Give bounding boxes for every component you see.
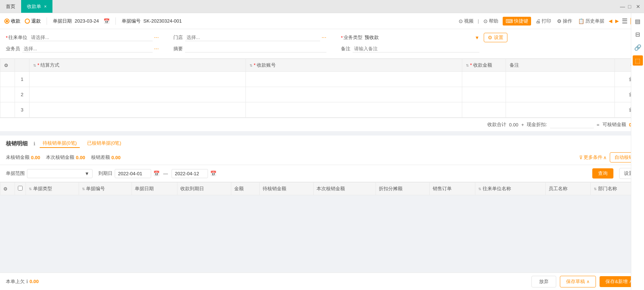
- tab-close-icon[interactable]: ×: [44, 4, 47, 9]
- draft-btn[interactable]: 保存草稿 ∧: [560, 276, 596, 287]
- row-2-num: 2: [15, 87, 30, 102]
- bottom-col-type: ⇅ 单据类型: [26, 183, 79, 195]
- toolbar-help-btn[interactable]: ⊙ 帮助: [482, 17, 500, 25]
- col-notes: 备注: [506, 59, 614, 72]
- select-all-checkbox[interactable]: [18, 186, 23, 191]
- layout-icon[interactable]: ☰: [622, 17, 628, 25]
- store-more-btn[interactable]: ···: [322, 34, 326, 41]
- toolbar-right: ⊙ 视频 | ⊙ 帮助 ⌨ 快捷键 🖨 打印 ⚙ 操作: [457, 17, 640, 26]
- radio-refund-dot: [25, 19, 30, 24]
- tab-current-label: 收款单: [27, 3, 41, 10]
- biz-type-field: * 业务类型 预收款 ▼: [341, 34, 479, 41]
- tab-home[interactable]: 首页: [0, 0, 21, 13]
- notes-input[interactable]: [353, 45, 479, 52]
- row-2-notes[interactable]: [506, 87, 614, 102]
- close-icon[interactable]: ✕: [636, 4, 641, 9]
- search-range-label: 单据范围: [6, 170, 25, 177]
- settings-btn[interactable]: ⚙ 设置: [484, 33, 507, 42]
- toolbar-history-btn[interactable]: 📋 历史单据: [577, 17, 606, 25]
- doc-date-label: 单据日期: [53, 18, 72, 24]
- row-3-num: 3: [15, 102, 30, 118]
- gear-icon: ⚙: [488, 35, 492, 40]
- divider-1: [47, 17, 47, 25]
- salesman-input[interactable]: [22, 45, 153, 52]
- row-1-amount[interactable]: [462, 72, 506, 87]
- tab-pending[interactable]: 待核销单据(0笔): [40, 139, 80, 148]
- radio-refund-label: 退款: [31, 18, 41, 24]
- col-dept-label: 部门名称: [598, 186, 617, 191]
- tab-done[interactable]: 已核销单据(0笔): [84, 139, 124, 148]
- radio-collection-label: 收款: [11, 18, 20, 24]
- shortcut-icon: ⌨: [506, 18, 513, 24]
- bottom-table-area: ⚙ ⇅ 单据类型 ⇅ 单据编号 单据日期: [0, 182, 644, 195]
- store-input[interactable]: [185, 34, 320, 41]
- radio-collection[interactable]: 收款: [4, 18, 20, 24]
- table-gear-col[interactable]: ⚙: [0, 59, 15, 72]
- filter-uncleaned-value: 0.00: [31, 155, 40, 160]
- toolbar-print-btn[interactable]: 🖨 打印: [534, 17, 553, 25]
- partner-input[interactable]: [30, 34, 153, 41]
- toolbar-ops-btn[interactable]: ⚙ 操作: [555, 17, 574, 25]
- query-btn[interactable]: 查询: [592, 168, 613, 179]
- content-area: 收款 退款 单据日期 2023-03-24 📅 单据编号 SK-20230324…: [0, 13, 644, 290]
- table-row: 1 🗑 ⧉: [0, 72, 644, 87]
- form-row-2: 业务员 ··· 摘要 备注: [6, 45, 638, 52]
- col-collect-date-label: 收款到期日: [180, 186, 204, 191]
- calendar-icon-1[interactable]: 📅: [103, 18, 110, 24]
- row-3-account[interactable]: [246, 102, 462, 118]
- doc-date-value: 2023-03-24: [75, 18, 99, 24]
- col-partner-label: 往来单位名称: [483, 186, 511, 191]
- verification-table: ⚙ ⇅ 单据类型 ⇅ 单据编号 单据日期: [0, 182, 644, 195]
- date-to-calendar-icon[interactable]: 📅: [210, 171, 216, 176]
- search-row: 单据范围 ▼ 到期日 📅 — 📅 查询 设置: [0, 165, 644, 182]
- nav-right-icon[interactable]: ▶: [615, 18, 619, 24]
- panel-icon-4[interactable]: ⬚: [633, 55, 643, 66]
- radio-refund[interactable]: 退款: [25, 18, 41, 24]
- date-from-input[interactable]: [115, 169, 151, 178]
- row-1-notes[interactable]: [506, 72, 614, 87]
- tab-current[interactable]: 收款单 ×: [21, 0, 52, 13]
- date-from-calendar-icon[interactable]: 📅: [153, 171, 160, 176]
- summary-discount-input[interactable]: [550, 121, 594, 128]
- col-employee-label: 员工名称: [549, 186, 568, 191]
- receipts-table: ⚙ ⇅ * 结算方式 ⇅ * 收款账号: [0, 59, 644, 118]
- nav-left-icon[interactable]: ◀: [609, 18, 612, 24]
- history-icon: 📋: [578, 18, 584, 24]
- minimize-icon[interactable]: —: [620, 4, 625, 9]
- panel-icon-3[interactable]: 🔗: [633, 42, 643, 52]
- row-2-account[interactable]: [246, 87, 462, 102]
- row-3-amount[interactable]: [462, 102, 506, 118]
- toolbar-shortcut-btn[interactable]: ⌨ 快捷键: [503, 17, 531, 26]
- col-payment-method: ⇅ * 结算方式: [30, 59, 246, 72]
- panel-icon-1[interactable]: ▤: [633, 16, 643, 26]
- salesman-more-btn[interactable]: ···: [154, 46, 159, 52]
- row-3-notes[interactable]: [506, 102, 614, 118]
- info-icon[interactable]: ℹ: [34, 141, 35, 146]
- toolbar-video-btn[interactable]: ⊙ 视频: [457, 17, 475, 25]
- bottom-gear-col[interactable]: ⚙: [0, 183, 15, 195]
- footer-info-icon[interactable]: ℹ: [26, 279, 28, 284]
- biz-type-arrow[interactable]: ▼: [475, 35, 479, 40]
- section-header: 核销明细 ℹ 待核销单据(0笔) 已核销单据(0笔): [0, 134, 644, 150]
- row-3-gear: [0, 102, 15, 118]
- maximize-icon[interactable]: □: [628, 4, 633, 9]
- toolbar-print-label: 打印: [542, 18, 551, 24]
- panel-icon-2[interactable]: ⊟: [633, 29, 643, 39]
- tab-pending-label: 待核销单据(0笔): [43, 140, 77, 146]
- summary-input[interactable]: [185, 45, 326, 52]
- row-1-account[interactable]: [246, 72, 462, 87]
- more-conditions-btn[interactable]: ⊽ 更多条件 ∧: [579, 154, 607, 161]
- row-1-method[interactable]: [30, 72, 246, 87]
- col-amount-label: 收款金额: [473, 62, 492, 68]
- date-to-input[interactable]: [172, 169, 208, 178]
- partner-more-btn[interactable]: ···: [154, 34, 159, 41]
- summary-equals: =: [597, 122, 600, 128]
- discard-btn[interactable]: 放弃: [531, 276, 556, 287]
- form-area: * 往来单位 ··· 门店 ··· * 业务类型 预收款 ▼ ⚙: [0, 29, 644, 59]
- salesman-field: 业务员 ···: [6, 45, 159, 52]
- row-2-amount[interactable]: [462, 87, 506, 102]
- row-3-method[interactable]: [30, 102, 246, 118]
- search-range-select[interactable]: ▼: [27, 169, 93, 178]
- row-2-method[interactable]: [30, 87, 246, 102]
- bottom-col-amount: 金额: [231, 183, 259, 195]
